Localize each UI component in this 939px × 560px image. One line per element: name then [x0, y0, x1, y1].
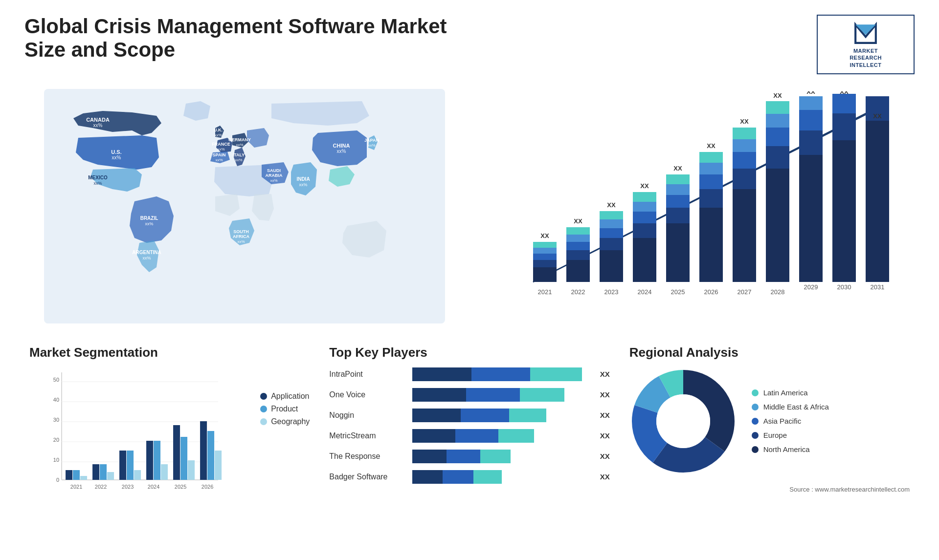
player-bar-badger	[412, 470, 591, 484]
donut-container: Latin America Middle East & Africa Asia …	[629, 367, 910, 475]
svg-rect-102	[832, 113, 856, 140]
svg-rect-101	[832, 140, 856, 282]
svg-text:2023: 2023	[122, 484, 134, 490]
svg-text:2021: 2021	[538, 288, 552, 296]
svg-rect-126	[80, 476, 87, 480]
player-name-badger: Badger Software	[329, 473, 407, 481]
svg-text:xx%: xx%	[236, 143, 243, 147]
player-name-onevoice: One Voice	[329, 390, 407, 399]
legend-item-application: Application	[260, 392, 310, 401]
player-row-badger: Badger Software XX	[329, 470, 609, 484]
svg-rect-57	[600, 219, 623, 228]
svg-rect-65	[633, 192, 656, 202]
svg-text:XX: XX	[574, 217, 582, 225]
bar-seg1	[412, 470, 443, 484]
svg-text:INDIA: INDIA	[296, 176, 310, 182]
player-value-intrapoint: XX	[600, 370, 610, 378]
player-row-noggin: Noggin XX	[329, 409, 609, 422]
legend-dot-application	[260, 393, 267, 400]
svg-text:2024: 2024	[638, 288, 652, 296]
svg-text:xx%: xx%	[215, 158, 223, 162]
segmentation-title: Market Segmentation	[29, 345, 310, 360]
svg-rect-96	[799, 155, 823, 282]
svg-text:U.S.: U.S.	[111, 149, 121, 155]
svg-rect-97	[799, 130, 823, 155]
svg-rect-50	[566, 235, 590, 242]
player-name-intrapoint: IntraPoint	[329, 370, 407, 379]
svg-rect-140	[173, 425, 180, 480]
svg-text:GERMANY: GERMANY	[228, 137, 251, 142]
svg-text:XX: XX	[707, 142, 715, 150]
svg-text:xx%: xx%	[145, 221, 153, 226]
svg-text:AFRICA: AFRICA	[233, 234, 249, 239]
legend-north-america: North America	[752, 445, 829, 453]
svg-text:xx%: xx%	[299, 182, 307, 187]
svg-rect-69	[666, 208, 690, 223]
svg-rect-41	[533, 260, 557, 267]
svg-rect-70	[666, 195, 690, 208]
player-value-onevoice: XX	[600, 390, 610, 399]
svg-text:2030: 2030	[837, 283, 851, 291]
svg-text:0: 0	[56, 477, 59, 483]
svg-rect-72	[666, 174, 690, 184]
bar-seg1	[412, 429, 455, 443]
svg-rect-105	[866, 121, 889, 282]
svg-text:xx%: xx%	[237, 239, 245, 244]
svg-text:xx%: xx%	[337, 149, 346, 154]
dot-asia-pacific	[752, 418, 759, 425]
svg-rect-82	[733, 189, 756, 282]
svg-rect-51	[566, 227, 590, 235]
logo-icon	[853, 21, 878, 45]
svg-text:SAUDI: SAUDI	[267, 168, 281, 173]
svg-rect-62	[633, 223, 656, 238]
svg-text:xx%: xx%	[217, 147, 224, 151]
svg-rect-92	[766, 114, 789, 128]
svg-rect-75	[699, 208, 723, 282]
bar-seg1	[412, 367, 471, 381]
svg-text:30: 30	[53, 417, 59, 423]
players-section: Top Key Players IntraPoint XX One Voice	[324, 340, 614, 511]
svg-text:xx%: xx%	[112, 155, 121, 160]
bar-seg2	[461, 409, 509, 422]
legend-europe: Europe	[752, 431, 829, 439]
legend-item-product: Product	[260, 405, 310, 413]
svg-rect-134	[134, 470, 141, 480]
svg-rect-44	[533, 242, 557, 248]
player-name-metricstream: MetricStream	[329, 431, 407, 440]
bar-seg1	[412, 388, 466, 402]
svg-text:SPAIN: SPAIN	[213, 152, 226, 157]
svg-rect-40	[533, 267, 557, 282]
svg-text:2031: 2031	[871, 283, 885, 291]
svg-text:XX: XX	[873, 112, 882, 120]
svg-rect-98	[799, 110, 823, 130]
svg-text:xx%: xx%	[93, 181, 102, 186]
svg-text:CANADA: CANADA	[86, 117, 110, 123]
svg-text:2026: 2026	[704, 288, 718, 296]
player-bar-onevoice	[412, 388, 591, 402]
player-bar-noggin	[412, 409, 591, 422]
svg-rect-129	[100, 464, 107, 480]
player-bar-metricstream	[412, 429, 591, 443]
svg-text:xx%: xx%	[93, 123, 103, 128]
legend-middle-east: Middle East & Africa	[752, 403, 829, 411]
bar-seg3	[530, 367, 582, 381]
svg-text:FRANCE: FRANCE	[212, 142, 230, 147]
svg-rect-83	[733, 169, 756, 189]
bar-seg2	[455, 429, 498, 443]
player-row-metricstream: MetricStream XX	[329, 429, 609, 443]
segmentation-chart: 0 10 20 30 40 50	[29, 367, 241, 504]
svg-text:XX: XX	[806, 91, 815, 95]
svg-text:xx%: xx%	[214, 133, 222, 137]
svg-rect-125	[73, 470, 80, 480]
page-title: Global Crisis Management Software Market…	[24, 15, 465, 62]
svg-rect-71	[666, 184, 690, 195]
svg-point-153	[656, 394, 710, 448]
svg-text:xx%: xx%	[270, 178, 277, 183]
svg-rect-64	[633, 202, 656, 212]
donut-chart	[629, 367, 737, 475]
player-value-badger: XX	[600, 473, 610, 481]
bar-seg3	[509, 409, 547, 422]
dot-middle-east	[752, 404, 759, 410]
svg-text:BRAZIL: BRAZIL	[140, 215, 158, 221]
svg-text:JAPAN: JAPAN	[364, 138, 379, 143]
